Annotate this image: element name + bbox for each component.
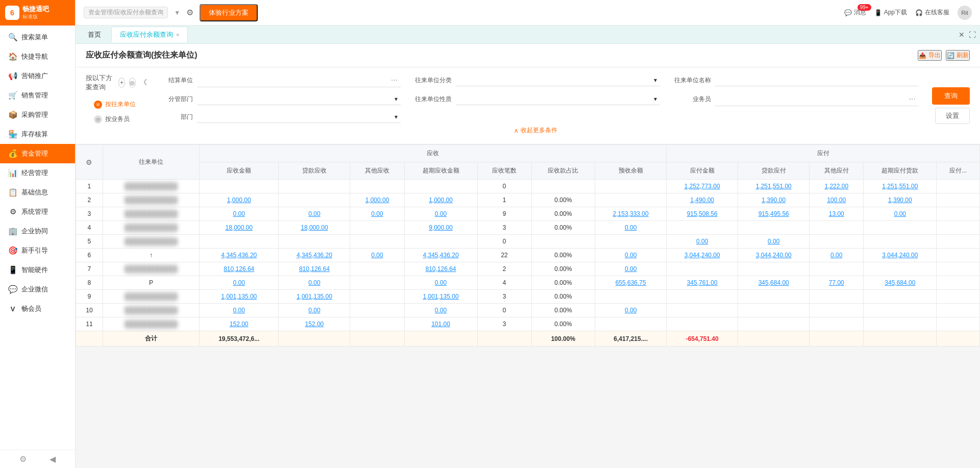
row-other-receivable[interactable] <box>350 180 404 193</box>
row-receivable-amount[interactable]: 18,000.00 <box>200 221 279 235</box>
row-receivable-amount[interactable]: 810,126.64 <box>200 262 279 276</box>
row-receivable-amount[interactable] <box>200 180 279 193</box>
row-overdue-receivable[interactable] <box>404 235 477 249</box>
row-prepaid-balance[interactable] <box>595 180 667 193</box>
department-select[interactable]: ▾ <box>197 93 401 105</box>
sidebar-item-sales[interactable]: 🛒 销售管理 <box>0 86 75 105</box>
tab-close-icon[interactable]: × <box>176 32 179 38</box>
row-prepaid-balance[interactable]: 0.00 <box>595 304 667 317</box>
row-payable-amount[interactable]: 915,508.56 <box>667 207 738 221</box>
row-other-payable[interactable]: 1,222.00 <box>810 180 864 193</box>
row-other-payable[interactable] <box>810 262 864 276</box>
row-other-payable[interactable] <box>810 317 864 331</box>
sidebar-item-member[interactable]: V 畅会员 <box>0 299 75 318</box>
row-overdue-payable[interactable] <box>864 235 937 249</box>
row-loan-receivable[interactable]: 810,126.64 <box>279 262 350 276</box>
row-payable-amount[interactable]: 3,044,240.00 <box>667 249 738 262</box>
row-other-payable[interactable] <box>810 221 864 235</box>
salesman-input[interactable]: ··· <box>715 92 919 106</box>
sidebar-item-system[interactable]: ⚙ 系统管理 <box>0 202 75 221</box>
row-receivable-amount[interactable]: 152.00 <box>200 317 279 331</box>
row-receivable-amount[interactable] <box>200 235 279 249</box>
scheme-partner[interactable]: ⑥ 按往来单位 <box>90 98 147 111</box>
row-other-payable[interactable] <box>810 304 864 317</box>
row-overdue-receivable[interactable]: 810,126.64 <box>404 262 477 276</box>
row-payable-amount[interactable]: 1,490.00 <box>667 193 738 207</box>
table-settings-header[interactable]: ⚙ <box>76 145 103 180</box>
row-overdue-payable[interactable]: 345,684.00 <box>864 276 937 290</box>
table-settings-icon[interactable]: ⚙ <box>86 158 92 166</box>
row-prepaid-balance[interactable] <box>595 193 667 207</box>
row-overdue-receivable[interactable]: 0.00 <box>404 276 477 290</box>
row-prepaid-balance[interactable] <box>595 290 667 304</box>
sidebar-item-inventory[interactable]: 🏪 库存核算 <box>0 125 75 144</box>
online-service-button[interactable]: 🎧 在线客服 <box>915 8 949 17</box>
row-prepaid-balance[interactable]: 2,153,333.00 <box>595 207 667 221</box>
partner-name-input[interactable] <box>715 75 919 86</box>
row-prepaid-balance[interactable]: 0.00 <box>595 249 667 262</box>
row-other-receivable[interactable] <box>350 235 404 249</box>
sidebar-item-basic[interactable]: 📋 基础信息 <box>0 183 75 202</box>
row-other-receivable[interactable]: 0.00 <box>350 207 404 221</box>
row-loan-payable[interactable] <box>738 221 810 235</box>
row-prepaid-balance[interactable]: 0.00 <box>595 262 667 276</box>
row-loan-payable[interactable]: 1,390.00 <box>738 193 810 207</box>
row-other-payable[interactable]: 13.00 <box>810 207 864 221</box>
row-overdue-payable[interactable] <box>864 304 937 317</box>
row-loan-receivable[interactable] <box>279 235 350 249</box>
row-overdue-receivable[interactable]: 1,001,135.00 <box>404 290 477 304</box>
row-overdue-receivable[interactable]: 0.00 <box>404 207 477 221</box>
row-overdue-receivable[interactable]: 0.00 <box>404 304 477 317</box>
row-loan-payable[interactable] <box>738 262 810 276</box>
row-other-receivable[interactable]: 0.00 <box>350 249 404 262</box>
row-overdue-payable[interactable]: 3,044,240.00 <box>864 249 937 262</box>
row-overdue-receivable[interactable]: 1,000.00 <box>404 193 477 207</box>
row-loan-receivable[interactable]: 152.00 <box>279 317 350 331</box>
row-other-payable[interactable]: 100.00 <box>810 193 864 207</box>
dept-select[interactable]: ▾ <box>197 111 401 123</box>
row-loan-receivable[interactable]: 0.00 <box>279 276 350 290</box>
row-payable-amount[interactable] <box>667 262 738 276</box>
row-payable-amount[interactable] <box>667 221 738 235</box>
filter-settings-button[interactable]: 设置 <box>935 108 970 124</box>
row-other-receivable[interactable] <box>350 290 404 304</box>
row-loan-payable[interactable]: 915,495.56 <box>738 207 810 221</box>
row-overdue-receivable[interactable]: 9,000.00 <box>404 221 477 235</box>
row-loan-payable[interactable] <box>738 317 810 331</box>
row-prepaid-balance[interactable]: 655,636.75 <box>595 276 667 290</box>
row-overdue-payable[interactable]: 0.00 <box>864 207 937 221</box>
row-other-receivable[interactable] <box>350 276 404 290</box>
row-payable-amount[interactable] <box>667 317 738 331</box>
tab-close-window-icon[interactable]: ✕ <box>959 31 965 39</box>
row-receivable-amount[interactable]: 0.00 <box>200 304 279 317</box>
row-payable-amount[interactable] <box>667 290 738 304</box>
row-overdue-receivable[interactable]: 101.00 <box>404 317 477 331</box>
sidebar-item-finance[interactable]: 💰 资金管理 <box>0 144 75 163</box>
row-other-receivable[interactable] <box>350 221 404 235</box>
sidebar-item-guide[interactable]: 🎯 新手引导 <box>0 241 75 260</box>
row-overdue-receivable[interactable]: 4,345,436.20 <box>404 249 477 262</box>
row-receivable-amount[interactable]: 1,000.00 <box>200 193 279 207</box>
row-other-payable[interactable]: 0.00 <box>810 249 864 262</box>
sidebar-item-search[interactable]: 🔍 搜索菜单 <box>0 28 75 47</box>
settlement-dots[interactable]: ··· <box>391 76 398 85</box>
row-receivable-amount[interactable]: 0.00 <box>200 276 279 290</box>
row-payable-amount[interactable]: 345,761.00 <box>667 276 738 290</box>
sidebar-item-wechat[interactable]: 💬 企业微信 <box>0 280 75 299</box>
user-avatar[interactable]: Rit <box>958 6 972 20</box>
row-loan-payable[interactable]: 0.00 <box>738 235 810 249</box>
row-loan-payable[interactable]: 345,684.00 <box>738 276 810 290</box>
export-button[interactable]: 📤 导出 <box>918 50 942 61</box>
row-loan-receivable[interactable]: 18,000.00 <box>279 221 350 235</box>
sidebar-item-purchase[interactable]: 📦 采购管理 <box>0 105 75 125</box>
row-receivable-amount[interactable]: 1,001,135.00 <box>200 290 279 304</box>
tab-home[interactable]: 首页 <box>80 27 109 42</box>
refresh-button[interactable]: 🔄 刷新 <box>946 50 970 61</box>
scheme-salesman[interactable]: ◷ 按业务员 <box>90 113 147 126</box>
partner-nature-select[interactable]: ▾ <box>456 93 659 105</box>
sidebar-item-cooperation[interactable]: 🏢 企业协同 <box>0 221 75 241</box>
row-overdue-payable[interactable] <box>864 262 937 276</box>
row-payable-amount[interactable] <box>667 304 738 317</box>
sidebar-item-hardware[interactable]: 📱 智能硬件 <box>0 260 75 280</box>
row-loan-payable[interactable]: 3,044,240.00 <box>738 249 810 262</box>
